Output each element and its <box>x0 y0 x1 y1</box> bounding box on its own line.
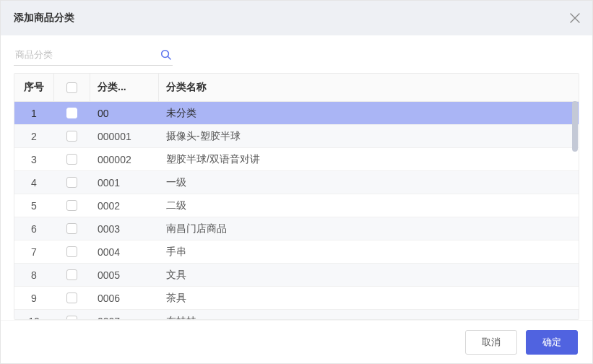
row-name: 茶具 <box>159 287 579 309</box>
search-button[interactable] <box>158 48 173 62</box>
row-name: 二级 <box>159 194 579 217</box>
row-checkbox[interactable] <box>66 316 77 319</box>
row-code: 0003 <box>90 217 159 240</box>
row-name: 布娃娃 <box>159 310 579 319</box>
col-header-checkbox <box>54 74 90 101</box>
add-category-dialog: 添加商品分类 序号 分类... 分类名称 <box>0 0 593 364</box>
col-header-code: 分类... <box>90 74 159 101</box>
row-checkbox[interactable] <box>66 108 77 118</box>
row-index: 7 <box>14 240 54 263</box>
table-row[interactable]: 100007布娃娃 <box>14 310 579 319</box>
row-checkbox[interactable] <box>66 292 77 303</box>
dialog-header: 添加商品分类 <box>1 1 592 35</box>
row-index: 2 <box>14 125 54 147</box>
svg-line-1 <box>168 56 170 59</box>
close-button[interactable] <box>568 11 582 25</box>
row-name: 南昌门店商品 <box>159 217 579 240</box>
row-checkbox-cell <box>54 171 90 194</box>
row-name: 塑胶半球/双语音对讲 <box>159 148 579 170</box>
row-code: 000001 <box>90 125 159 147</box>
row-name: 文具 <box>159 264 579 286</box>
row-name: 一级 <box>159 171 579 194</box>
row-checkbox[interactable] <box>66 131 77 142</box>
row-checkbox-cell <box>54 310 90 319</box>
row-code: 0004 <box>90 240 159 263</box>
dialog-title: 添加商品分类 <box>14 12 74 25</box>
row-name: 未分类 <box>159 102 579 124</box>
row-checkbox[interactable] <box>66 200 77 211</box>
row-index: 6 <box>14 217 54 240</box>
row-index: 1 <box>14 102 54 124</box>
row-code: 0006 <box>90 287 159 309</box>
select-all-checkbox[interactable] <box>66 82 77 93</box>
row-code: 000002 <box>90 148 159 170</box>
confirm-button[interactable]: 确定 <box>526 330 578 355</box>
row-code: 0002 <box>90 194 159 217</box>
search-input[interactable] <box>14 46 158 63</box>
row-checkbox-cell <box>54 217 90 240</box>
row-checkbox-cell <box>54 125 90 147</box>
row-checkbox-cell <box>54 287 90 309</box>
row-checkbox-cell <box>54 194 90 217</box>
row-checkbox-cell <box>54 240 90 263</box>
row-checkbox[interactable] <box>66 246 77 257</box>
category-table: 序号 分类... 分类名称 100未分类2000001摄像头-塑胶半球30000… <box>14 73 579 320</box>
row-name: 手串 <box>159 240 579 263</box>
table-row[interactable]: 3000002塑胶半球/双语音对讲 <box>14 148 579 171</box>
dialog-footer: 取消 确定 <box>1 320 592 363</box>
row-checkbox-cell <box>54 148 90 170</box>
table-header-row: 序号 分类... 分类名称 <box>14 74 579 102</box>
col-header-index: 序号 <box>14 74 54 101</box>
row-checkbox[interactable] <box>66 223 77 234</box>
table-row[interactable]: 50002二级 <box>14 194 579 217</box>
row-checkbox-cell <box>54 102 90 124</box>
col-header-name: 分类名称 <box>159 74 579 101</box>
close-icon <box>570 13 580 23</box>
cancel-button[interactable]: 取消 <box>465 330 517 355</box>
row-index: 5 <box>14 194 54 217</box>
row-code: 00 <box>90 102 159 124</box>
table-row[interactable]: 2000001摄像头-塑胶半球 <box>14 125 579 148</box>
search-field-wrap <box>14 44 173 66</box>
row-checkbox[interactable] <box>66 269 77 280</box>
table-row[interactable]: 40001一级 <box>14 171 579 194</box>
row-name: 摄像头-塑胶半球 <box>159 125 579 147</box>
table-row[interactable]: 60003南昌门店商品 <box>14 217 579 240</box>
row-index: 3 <box>14 148 54 170</box>
table-row[interactable]: 100未分类 <box>14 102 579 125</box>
table-body[interactable]: 100未分类2000001摄像头-塑胶半球3000002塑胶半球/双语音对讲40… <box>14 102 579 319</box>
row-code: 0005 <box>90 264 159 286</box>
table-row[interactable]: 90006茶具 <box>14 287 579 310</box>
row-code: 0007 <box>90 310 159 319</box>
row-code: 0001 <box>90 171 159 194</box>
row-index: 4 <box>14 171 54 194</box>
dialog-body: 序号 分类... 分类名称 100未分类2000001摄像头-塑胶半球30000… <box>1 35 592 320</box>
row-checkbox[interactable] <box>66 154 77 165</box>
table-row[interactable]: 70004手串 <box>14 240 579 264</box>
row-checkbox-cell <box>54 264 90 286</box>
row-checkbox[interactable] <box>66 177 77 188</box>
row-index: 9 <box>14 287 54 309</box>
row-index: 8 <box>14 264 54 286</box>
row-index: 10 <box>14 310 54 319</box>
search-icon <box>160 49 171 60</box>
table-row[interactable]: 80005文具 <box>14 264 579 287</box>
